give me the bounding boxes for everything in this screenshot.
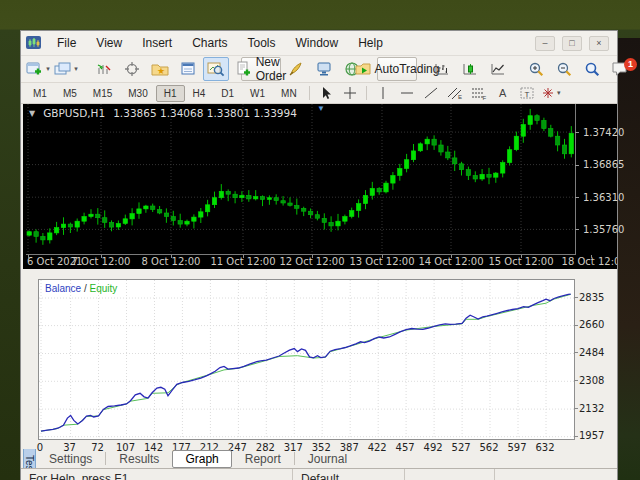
tester-x-axis-label: 422 (362, 442, 392, 453)
autotrading-button[interactable]: AutoTrading (377, 57, 417, 81)
cursor-tool[interactable] (314, 84, 338, 102)
balance-equity-chart[interactable] (39, 280, 574, 439)
tester-y-tick (574, 408, 578, 409)
tab-settings[interactable]: Settings (36, 451, 105, 467)
chart-header: ▼ GBPUSD,H1 1.33865 1.34068 1.33801 1.33… (29, 107, 297, 119)
zoom-in-button[interactable] (523, 57, 549, 81)
vertical-line-tool[interactable] (371, 84, 395, 102)
horizontal-line-tool[interactable] (395, 84, 419, 102)
strategy-tester-button[interactable] (203, 57, 229, 81)
window-controls: –□× (535, 36, 617, 51)
favorites-icon: ★ (151, 61, 169, 77)
time-axis-label: 18 Oct 12:0 (558, 256, 617, 267)
status-segment (405, 469, 495, 480)
status-help-text: For Help, press F1 (21, 469, 293, 480)
zoom-out-button[interactable] (551, 57, 577, 81)
search-icon (584, 61, 600, 77)
tester-y-axis-label: 2132 (579, 403, 615, 414)
timeframe-d1[interactable]: D1 (213, 85, 242, 102)
strategy-tester-icon (207, 61, 225, 77)
menu-file[interactable]: File (47, 31, 86, 55)
standard-toolbar: ▾▾★New OrderAutoTrading1 (21, 56, 617, 83)
bar-chart-mode-icon (434, 62, 450, 76)
desktop: FileViewInsertChartsToolsWindowHelp –□× … (0, 0, 640, 480)
time-tick (521, 255, 522, 258)
timeframe-m1[interactable]: M1 (25, 85, 55, 102)
autotrading-icon (355, 61, 371, 77)
candle-chart-mode-button[interactable] (457, 57, 483, 81)
menu-view[interactable]: View (86, 31, 132, 55)
tester-panel: Balance / Equity 28352660248423082132195… (23, 271, 617, 449)
bar-chart-mode-button[interactable] (429, 57, 455, 81)
status-segment (495, 469, 617, 480)
trendline-tool[interactable] (419, 84, 443, 102)
terminal-button[interactable] (311, 57, 337, 81)
candlestick-chart[interactable] (26, 104, 575, 254)
timeframe-m15[interactable]: M15 (85, 85, 120, 102)
price-chart-panel[interactable]: ▼ GBPUSD,H1 1.33865 1.34068 1.33801 1.33… (23, 104, 617, 269)
tab-report[interactable]: Report (232, 451, 294, 467)
time-tick (171, 255, 172, 258)
metaeditor-button[interactable] (283, 57, 309, 81)
profiles-button[interactable]: ▾ (53, 57, 79, 81)
new-order-button[interactable]: New Order (241, 57, 281, 81)
timeframe-w1[interactable]: W1 (242, 85, 273, 102)
crosshair-tool[interactable] (338, 84, 362, 102)
timeframe-m30[interactable]: M30 (120, 85, 155, 102)
dropdown-arrow-icon[interactable]: ▾ (74, 65, 78, 73)
tab-results[interactable]: Results (106, 451, 172, 467)
text-label-tool[interactable]: T (515, 84, 539, 102)
favorites-button[interactable]: ★ (147, 57, 173, 81)
navigator-button[interactable] (119, 57, 145, 81)
channel-tool[interactable]: E (443, 84, 467, 102)
app-logo-icon (25, 35, 43, 51)
arrows-tool[interactable]: ▾ (539, 84, 563, 102)
restore-button[interactable]: □ (562, 36, 582, 51)
minimize-button[interactable]: – (535, 36, 555, 51)
timeframe-m5[interactable]: M5 (55, 85, 85, 102)
graph-legend: Balance / Equity (45, 283, 117, 294)
market-watch-button[interactable] (91, 57, 117, 81)
fibonacci-tool[interactable]: F (467, 84, 491, 102)
tester-graph-plot[interactable]: Balance / Equity (38, 279, 575, 440)
new-order-icon (236, 61, 252, 77)
market-watch-icon (96, 61, 112, 77)
navigator-icon (124, 61, 140, 77)
chart-shift-marker-icon[interactable]: ▼ (317, 104, 325, 113)
timeframe-h1[interactable]: H1 (156, 85, 185, 102)
chart-menu-arrow-icon[interactable]: ▼ (29, 109, 35, 118)
line-chart-mode-button[interactable] (485, 57, 511, 81)
new-chart-button[interactable]: ▾ (25, 57, 51, 81)
menu-tools[interactable]: Tools (238, 31, 286, 55)
tester-tabs: SettingsResultsGraphReportJournal (36, 449, 360, 468)
menu-window[interactable]: Window (286, 31, 349, 55)
search-button[interactable] (579, 57, 605, 81)
dropdown-arrow-icon[interactable]: ▾ (557, 89, 561, 97)
dropdown-arrow-icon[interactable]: ▾ (46, 65, 50, 73)
time-axis: 6 Oct 20217 Oct 12:008 Oct 12:0011 Oct 1… (23, 255, 617, 269)
time-tick (28, 255, 29, 258)
tab-journal[interactable]: Journal (295, 451, 360, 467)
text-tool[interactable]: A (491, 84, 515, 102)
tester-y-axis-label: 1957 (579, 430, 615, 441)
time-tick (591, 255, 592, 258)
toolbar-separator (309, 86, 310, 100)
timeframe-group: M1M5M15M30H1H4D1W1MN (25, 85, 305, 102)
new-order-label: New Order (256, 55, 287, 83)
timeframe-h4[interactable]: H4 (185, 85, 214, 102)
timeframe-mn[interactable]: MN (273, 85, 305, 102)
tester-x-axis-label: 597 (502, 442, 532, 453)
notifications-button[interactable]: 1 (607, 57, 633, 81)
metaeditor-icon (288, 61, 304, 77)
svg-text:A: A (499, 87, 507, 99)
data-window-button[interactable] (175, 57, 201, 81)
menu-insert[interactable]: Insert (132, 31, 182, 55)
tab-graph[interactable]: Graph (172, 450, 231, 468)
menu-help[interactable]: Help (348, 31, 393, 55)
toolbar-separator (366, 86, 367, 100)
desktop-background (617, 38, 640, 480)
tester-x-axis-label: 562 (474, 442, 504, 453)
candlestick-plot[interactable] (26, 104, 576, 255)
close-button[interactable]: × (589, 36, 609, 51)
menu-charts[interactable]: Charts (182, 31, 237, 55)
